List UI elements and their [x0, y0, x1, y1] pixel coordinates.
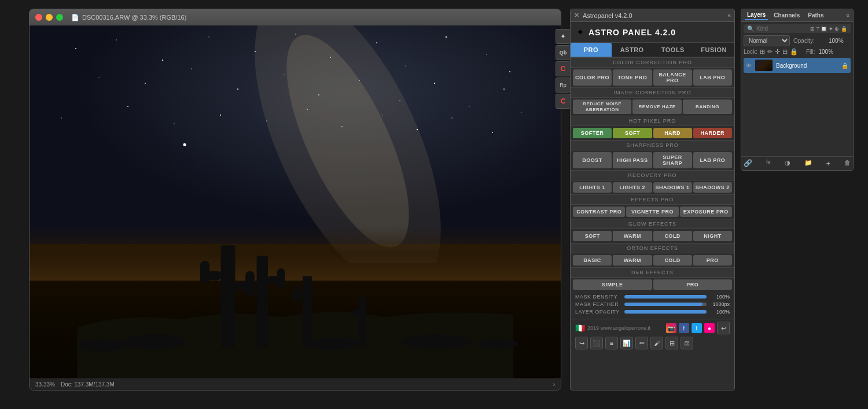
tab-fusion[interactable]: FUSION: [693, 43, 734, 57]
layer-add-icon[interactable]: +: [826, 159, 830, 168]
lock-row: Lock: ⊞ ✏ ✛ ⊟ 🔒 Fill: 100%: [744, 48, 851, 56]
undo-button[interactable]: ↩: [717, 322, 730, 334]
lock-image-icon[interactable]: ✏: [767, 48, 773, 56]
window-title: 📄 DSC00316.ARW @ 33.3% (RGB/16): [71, 14, 186, 21]
btn-boost[interactable]: BOOST: [573, 152, 612, 168]
layer-opacity-label: LAYER OPACITY: [575, 309, 624, 315]
layer-adjustment-icon[interactable]: ◑: [785, 159, 790, 168]
layer-group-icon[interactable]: 📁: [804, 159, 812, 168]
btn-vignette-pro[interactable]: VIGNETTE PRO: [626, 207, 678, 217]
lock-artboard-icon[interactable]: ⊟: [782, 48, 788, 56]
record-button[interactable]: ⬛: [590, 337, 603, 349]
redo-button[interactable]: ↪: [575, 337, 588, 349]
btn-shadows2[interactable]: SHADOWS 2: [693, 182, 732, 193]
btn-contrast-pro[interactable]: CONTRAST PRO: [573, 207, 625, 217]
opacity-label: Opacity:: [793, 38, 825, 44]
lock-position-icon[interactable]: ✛: [775, 48, 780, 56]
btn-orton-cold[interactable]: COLD: [653, 255, 692, 266]
btn-glow-warm[interactable]: WARM: [613, 231, 652, 241]
tab-channels[interactable]: Channels: [771, 11, 802, 20]
btn-remove-haze[interactable]: REMOVE HAZE: [632, 100, 682, 114]
btn-tone-pro[interactable]: TONE PRO: [613, 69, 652, 86]
svg-point-54: [308, 337, 359, 349]
layer-delete-icon[interactable]: 🗑: [844, 159, 851, 168]
blend-mode-select[interactable]: Normal Multiply Screen: [744, 35, 790, 46]
btn-lights1[interactable]: LIGHTS 1: [573, 182, 612, 193]
btn-banding[interactable]: BANDING: [683, 100, 732, 114]
svg-point-25: [174, 123, 174, 124]
btn-soft[interactable]: SOFT: [613, 128, 652, 138]
btn-glow-soft[interactable]: SOFT: [573, 231, 612, 241]
astro-logo-icon: ✦: [576, 27, 584, 38]
btn-lab-pro-sharp[interactable]: LAB PRO: [693, 152, 732, 168]
scale-button[interactable]: ⚖: [681, 337, 693, 349]
tab-astro[interactable]: ASTRO: [612, 43, 653, 57]
lock-all-icon[interactable]: 🔒: [790, 48, 798, 56]
layer-link-icon[interactable]: 🔗: [744, 159, 752, 168]
btn-softer[interactable]: SOFTER: [573, 128, 612, 138]
sidebar-icon-c2[interactable]: C: [556, 94, 571, 109]
tab-pro[interactable]: PRO: [571, 43, 612, 57]
layers-search-bar: 🔍 ⊞ T 🔲 ✦ ⊕ 🔒: [744, 24, 851, 33]
layer-visibility-icon[interactable]: 👁: [746, 62, 752, 69]
sidebar-icon-star[interactable]: ✦: [556, 29, 571, 44]
layers-search-input[interactable]: [756, 25, 808, 32]
btn-hard[interactable]: HARD: [653, 128, 692, 138]
btn-exposure-pro[interactable]: EXPOSURE PRO: [680, 207, 732, 217]
svg-point-3: [208, 36, 209, 37]
svg-point-22: [503, 89, 505, 90]
chart-button[interactable]: 📊: [620, 337, 633, 349]
instagram-icon[interactable]: 📷: [666, 323, 676, 333]
flickr-icon[interactable]: ●: [704, 323, 715, 333]
mask-feather-track[interactable]: [624, 303, 707, 306]
tab-tools[interactable]: TOOLS: [653, 43, 694, 57]
svg-point-8: [405, 65, 406, 66]
sidebar-icon-q[interactable]: Qb: [556, 45, 571, 60]
list-button[interactable]: ≡: [605, 337, 618, 349]
btn-lights2[interactable]: LIGHTS 2: [613, 182, 652, 193]
file-icon: 📄: [71, 14, 79, 21]
btn-orton-basic[interactable]: BASIC: [573, 255, 612, 266]
btn-shadows1[interactable]: SHADOWS 1: [653, 182, 692, 193]
twitter-icon[interactable]: t: [692, 323, 702, 333]
sidebar-icon-c1[interactable]: C: [556, 61, 571, 76]
cactus-silhouettes: [30, 215, 561, 379]
mask-density-track[interactable]: [624, 295, 707, 299]
layers-panel-collapse[interactable]: «: [846, 12, 849, 19]
btn-orton-warm[interactable]: WARM: [613, 255, 652, 266]
btn-color-pro[interactable]: COLOR PRO: [573, 69, 612, 86]
pen-button[interactable]: ✏: [635, 337, 648, 349]
brush-button[interactable]: 🖌: [650, 337, 663, 349]
mask-density-value: 100%: [707, 294, 730, 300]
close-button[interactable]: [35, 14, 42, 21]
btn-orton-pro[interactable]: PRO: [693, 255, 732, 266]
layer-background[interactable]: 👁 Background 🔒: [744, 58, 851, 73]
opacity-value: 100%: [829, 38, 844, 44]
minimize-button[interactable]: [46, 14, 53, 21]
btn-super-sharp[interactable]: SUPER SHARP: [653, 152, 692, 168]
panel-collapse-button[interactable]: «: [727, 12, 731, 19]
btn-reduce-noise[interactable]: REDUCE NOISEABERRATION: [573, 100, 631, 114]
tab-paths[interactable]: Paths: [806, 11, 826, 20]
btn-balance-pro[interactable]: BALANCE PRO: [653, 69, 692, 86]
btn-glow-cold[interactable]: COLD: [653, 231, 692, 241]
svg-point-56: [477, 338, 518, 349]
sidebar-icon-rp[interactable]: Rp: [556, 78, 571, 93]
panel-close-button[interactable]: ✕: [574, 12, 579, 19]
lock-transparent-icon[interactable]: ⊞: [760, 48, 765, 56]
tab-layers[interactable]: Layers: [745, 10, 768, 20]
svg-point-26: [220, 115, 221, 116]
btn-high-pass[interactable]: HIGH PASS: [613, 152, 652, 168]
glow-buttons: SOFT WARM COLD NIGHT: [571, 229, 734, 243]
btn-db-simple[interactable]: SIMPLE: [573, 279, 652, 290]
btn-harder[interactable]: HARDER: [693, 128, 732, 138]
facebook-icon[interactable]: f: [679, 323, 689, 333]
maximize-button[interactable]: [56, 14, 63, 21]
layer-opacity-track[interactable]: [624, 310, 707, 314]
btn-db-pro[interactable]: PRO: [653, 279, 733, 290]
zoom-level: 33.33%: [35, 381, 55, 388]
btn-glow-night[interactable]: NIGHT: [693, 231, 732, 241]
grid-button[interactable]: ⊞: [665, 337, 678, 349]
layer-fx-icon[interactable]: fx: [766, 159, 771, 168]
btn-lab-pro-color[interactable]: LAB PRO: [693, 69, 732, 86]
